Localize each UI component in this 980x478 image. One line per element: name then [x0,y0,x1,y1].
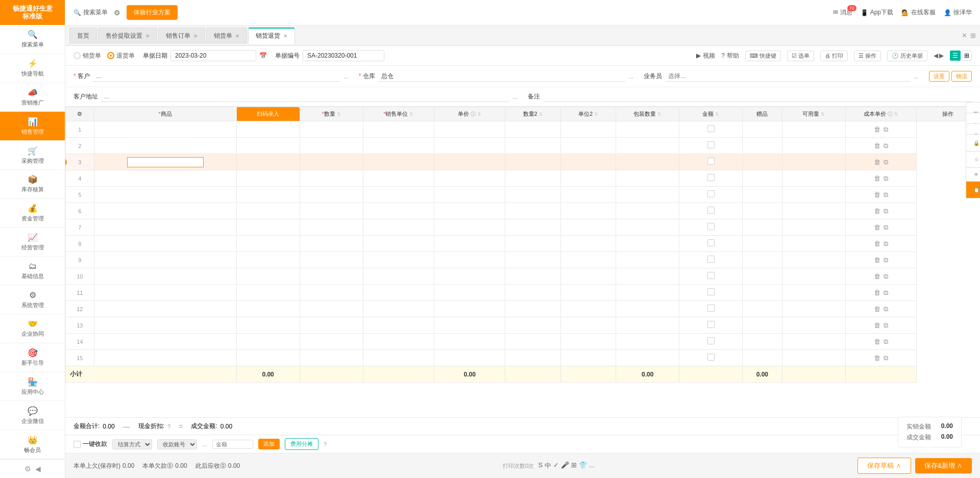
list-view-btn[interactable]: ☰ [950,51,961,61]
copy-icon-6[interactable]: ⧉ [884,207,888,215]
delete-icon-2[interactable]: 🗑 [874,142,880,149]
unit-cell-6[interactable] [300,203,363,219]
trial-btn[interactable]: 体验行业方案 [127,5,178,20]
date-input[interactable] [170,50,256,61]
select-btn[interactable]: ☑ 选单 [787,51,814,61]
amount-cell-11[interactable] [616,285,679,301]
unit-cell-12[interactable] [300,301,363,317]
unit-cell-10[interactable] [300,268,363,285]
sidebar-collapse-icon[interactable]: ◀ [35,465,41,473]
tab-price-extract[interactable]: 售价提取设置 ✕ [98,28,157,44]
unit2-cell-13[interactable] [505,317,560,334]
unit2-cell-12[interactable] [505,301,560,317]
add-payment-btn[interactable]: 添加 [258,439,280,449]
unit2-cell-1[interactable] [505,121,560,138]
pack-cell-13[interactable] [560,317,616,334]
calendar-icon[interactable]: 📅 [259,52,267,59]
unit-cell-2[interactable] [300,138,363,154]
sidebar-item-finance[interactable]: 💰 资金管理 [0,199,65,228]
goods-cell-2[interactable] [94,138,236,154]
app-download-btn[interactable]: 📱 App下载 [861,8,893,17]
price-cell-11[interactable] [363,285,434,301]
goods-cell-7[interactable] [94,219,236,236]
toolbar-icon-4[interactable]: 🎤 [561,461,569,470]
qty-cell-4[interactable] [236,170,300,187]
one-click-checkbox[interactable] [74,441,81,448]
user-menu[interactable]: 👤 徐泽华 [944,8,972,17]
available-cell-8[interactable] [743,236,782,252]
cost-cell-13[interactable] [782,317,845,334]
add-row-btn[interactable]: + [65,158,67,167]
price-cell-9[interactable] [363,252,434,268]
unit2-cell-3[interactable] [505,154,560,170]
qty2-cell-14[interactable] [434,334,505,350]
goods-cell-8[interactable] [94,236,236,252]
unit-cell-5[interactable] [300,187,363,203]
delete-icon-7[interactable]: 🗑 [874,223,880,231]
pack-cell-9[interactable] [560,252,616,268]
copy-icon-2[interactable]: ⧉ [884,142,888,150]
unit2-cell-14[interactable] [505,334,560,350]
account-dots[interactable]: ... [202,441,207,448]
tab-sales-delivery-close[interactable]: ✕ [235,33,239,39]
toolbar-icon-6[interactable]: 👕 [579,461,587,470]
price-cell-13[interactable] [363,317,434,334]
pack-cell-7[interactable] [560,219,616,236]
topbar-settings-icon[interactable]: ⚙ [114,9,120,17]
cost-cell-3[interactable] [782,154,845,170]
qty2-cell-15[interactable] [434,350,505,366]
unit2-cell-5[interactable] [505,187,560,203]
save-draft-btn[interactable]: 保存草稿 ∧ [857,458,911,474]
goods-cell-15[interactable] [94,350,236,366]
radio-return[interactable]: 退货单 [107,52,135,60]
unit2-cell-10[interactable] [505,268,560,285]
pack-cell-10[interactable] [560,268,616,285]
amount-cell-9[interactable] [616,252,679,268]
goods-cell-10[interactable] [94,268,236,285]
sidebar-item-member[interactable]: 👑 畅会员 [0,430,65,459]
unit2-cell-8[interactable] [505,236,560,252]
pack-cell-2[interactable] [560,138,616,154]
price-cell-7[interactable] [363,219,434,236]
rs-btn-4[interactable]: 🔒 [966,134,980,151]
qty2-cell-5[interactable] [434,187,505,203]
available-cell-14[interactable] [743,334,782,350]
prev-doc-btn[interactable]: ◀ [934,52,938,59]
delete-icon-3[interactable]: 🗑 [874,158,880,166]
copy-icon-14[interactable]: ⧉ [884,338,888,346]
price-cell-2[interactable] [363,138,434,154]
qty2-cell-9[interactable] [434,252,505,268]
copy-icon-9[interactable]: ⧉ [884,256,888,264]
qty2-cell-8[interactable] [434,236,505,252]
amount-cell-12[interactable] [616,301,679,317]
tab-close-all[interactable]: ✕ [962,32,967,39]
tab-sales-return-close[interactable]: ✕ [283,33,287,39]
rs-btn-7[interactable]: 📋 [966,181,980,198]
copy-icon-8[interactable]: ⧉ [884,240,888,248]
qty-cell-13[interactable] [236,317,300,334]
note-input[interactable] [543,91,972,102]
unit2-cell-6[interactable] [505,203,560,219]
amount-cell-7[interactable] [616,219,679,236]
customer-dots[interactable]: ... [344,73,349,80]
help-btn[interactable]: ? 帮助 [721,52,739,60]
topbar-search[interactable]: 🔍 搜索菜单 [74,8,108,17]
col-settings[interactable]: ⚙ [66,107,94,121]
staff-dots[interactable]: ... [914,73,919,80]
amount-cell-3[interactable] [616,154,679,170]
qty-cell-2[interactable] [236,138,300,154]
available-cell-12[interactable] [743,301,782,317]
goods-cell-3[interactable] [94,154,236,170]
sidebar-item-operation[interactable]: 📈 经营管理 [0,228,65,257]
price-cell-15[interactable] [363,350,434,366]
unit-cell-9[interactable] [300,252,363,268]
pack-cell-14[interactable] [560,334,616,350]
sidebar-item-system[interactable]: ⚙ 系统管理 [0,285,65,314]
cost-cell-1[interactable] [782,121,845,138]
unit2-cell-9[interactable] [505,252,560,268]
goods-cell-11[interactable] [94,285,236,301]
goods-cell-12[interactable] [94,301,236,317]
tab-menu[interactable]: ⊞ [970,32,976,39]
delete-icon-5[interactable]: 🗑 [874,191,880,198]
rs-btn-1[interactable]: 图 [966,102,980,113]
